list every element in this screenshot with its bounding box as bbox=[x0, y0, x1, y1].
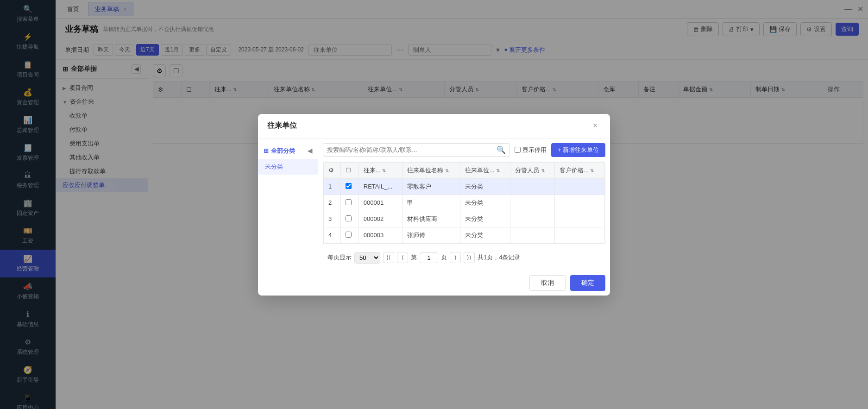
pagination: 每页显示 50 100 ⟨⟨ ⟨ 第 页 ⟩ ⟩⟩ 共1页，4条记录 bbox=[327, 252, 520, 264]
add-partner-button[interactable]: + 新增往来单位 bbox=[551, 143, 605, 157]
row-code: 000001 bbox=[359, 195, 403, 211]
row-checkbox[interactable] bbox=[341, 195, 359, 211]
modal-table-row[interactable]: 3 000002 材料供应商 未分类 bbox=[324, 211, 605, 227]
row-category: 未分类 bbox=[460, 211, 510, 227]
row-code: RETAIL_... bbox=[359, 178, 403, 195]
page-unit: 页 bbox=[441, 253, 447, 262]
modal-col-code: 往来... ⇅ bbox=[359, 162, 403, 178]
modal-content: 🔍 显示停用 + 新增往来单位 ⚙ ☐ bbox=[318, 138, 610, 268]
page-number-input[interactable] bbox=[420, 252, 438, 263]
page-first-btn[interactable]: ⟨⟨ bbox=[383, 252, 394, 263]
row-name: 材料供应商 bbox=[403, 211, 460, 227]
row-manager bbox=[510, 195, 555, 211]
show-disabled-label[interactable]: 显示停用 bbox=[515, 146, 547, 154]
row-price bbox=[555, 227, 605, 243]
grid-icon-modal: ⊞ bbox=[264, 147, 269, 154]
modal-table-wrap: ⚙ ☐ 往来... ⇅ 往来单位名称 ⇅ 往来单位... ⇅ 分管人员 ⇅ 客户… bbox=[323, 162, 605, 244]
row-price bbox=[555, 195, 605, 211]
show-disabled-checkbox[interactable] bbox=[515, 147, 521, 153]
collapse-sidebar-icon[interactable]: ◀ bbox=[308, 147, 312, 154]
modal-toolbar: 🔍 显示停用 + 新增往来单位 bbox=[323, 143, 605, 157]
row-checkbox[interactable] bbox=[341, 227, 359, 243]
modal-sidebar-item-uncategorized[interactable]: 未分类 bbox=[258, 159, 318, 175]
modal-col-price: 客户价格... ⇅ bbox=[555, 162, 605, 178]
row-settings: 3 bbox=[324, 211, 341, 227]
modal-footer-bar: 每页显示 50 100 ⟨⟨ ⟨ 第 页 ⟩ ⟩⟩ 共1页，4条记录 bbox=[323, 248, 605, 264]
modal-sidebar: ⊞ 全部分类 ◀ 未分类 bbox=[258, 138, 318, 268]
search-icon-modal: 🔍 bbox=[497, 145, 506, 154]
row-category: 未分类 bbox=[460, 195, 510, 211]
row-category: 未分类 bbox=[460, 227, 510, 243]
row-checkbox[interactable] bbox=[341, 178, 359, 195]
modal-col-settings: ⚙ bbox=[324, 162, 341, 178]
modal-col-manager: 分管人员 ⇅ bbox=[510, 162, 555, 178]
modal-search-box[interactable]: 🔍 bbox=[323, 143, 510, 157]
modal-close-button[interactable]: × bbox=[590, 120, 601, 132]
modal-body: ⊞ 全部分类 ◀ 未分类 🔍 显示停 bbox=[258, 138, 610, 268]
modal-sidebar-header: ⊞ 全部分类 ◀ bbox=[258, 143, 318, 159]
row-name: 零散客户 bbox=[403, 178, 460, 195]
modal-title: 往来单位 bbox=[267, 121, 297, 131]
row-code: 000002 bbox=[359, 211, 403, 227]
page-word: 第 bbox=[411, 253, 417, 262]
row-manager bbox=[510, 227, 555, 243]
modal-search-input[interactable] bbox=[327, 146, 494, 153]
row-manager bbox=[510, 211, 555, 227]
modal-table-row[interactable]: 2 000001 甲 未分类 bbox=[324, 195, 605, 211]
modal-action-buttons: 取消 确定 bbox=[258, 275, 610, 296]
row-price bbox=[555, 211, 605, 227]
row-checkbox[interactable] bbox=[341, 211, 359, 227]
modal-overlay[interactable]: 往来单位 × ⊞ 全部分类 ◀ 未分类 bbox=[0, 0, 868, 409]
total-info: 共1页，4条记录 bbox=[478, 253, 520, 262]
modal-confirm-button[interactable]: 确定 bbox=[570, 275, 605, 291]
row-price bbox=[555, 178, 605, 195]
page-last-btn[interactable]: ⟩⟩ bbox=[464, 252, 475, 263]
row-code: 000003 bbox=[359, 227, 403, 243]
modal-col-cat: 往来单位... ⇅ bbox=[460, 162, 510, 178]
page-size-label: 每页显示 bbox=[327, 253, 352, 262]
row-name: 甲 bbox=[403, 195, 460, 211]
row-settings: 2 bbox=[324, 195, 341, 211]
modal-table-row[interactable]: 1 RETAIL_... 零散客户 未分类 bbox=[324, 178, 605, 195]
row-category: 未分类 bbox=[460, 178, 510, 195]
partner-modal: 往来单位 × ⊞ 全部分类 ◀ 未分类 bbox=[258, 114, 610, 296]
row-settings: 4 bbox=[324, 227, 341, 243]
page-next-btn[interactable]: ⟩ bbox=[450, 252, 461, 263]
row-settings: 1 bbox=[324, 178, 341, 195]
modal-table: ⚙ ☐ 往来... ⇅ 往来单位名称 ⇅ 往来单位... ⇅ 分管人员 ⇅ 客户… bbox=[323, 162, 605, 244]
row-manager bbox=[510, 178, 555, 195]
modal-table-row[interactable]: 4 000003 张师傅 未分类 bbox=[324, 227, 605, 243]
modal-col-checkbox: ☐ bbox=[341, 162, 359, 178]
modal-header: 往来单位 × bbox=[258, 114, 610, 138]
page-size-select[interactable]: 50 100 bbox=[354, 252, 380, 264]
page-prev-btn[interactable]: ⟨ bbox=[397, 252, 408, 263]
modal-col-name: 往来单位名称 ⇅ bbox=[403, 162, 460, 178]
row-name: 张师傅 bbox=[403, 227, 460, 243]
modal-cancel-button[interactable]: 取消 bbox=[529, 275, 566, 291]
